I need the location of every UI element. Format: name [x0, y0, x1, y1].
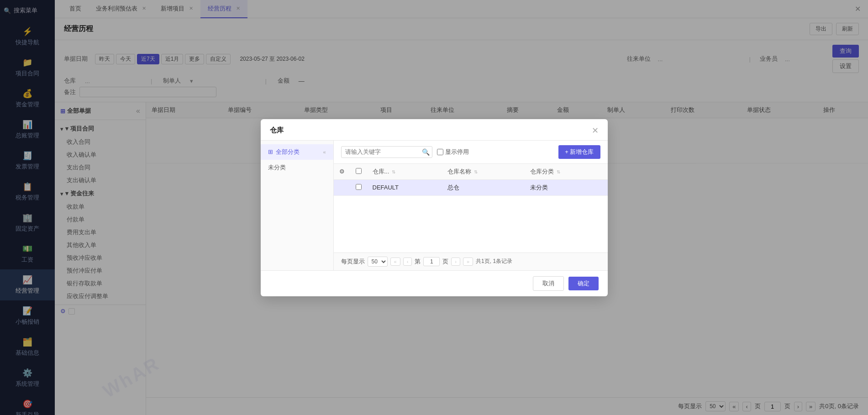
modal-row-code: DEFAULT: [367, 179, 442, 195]
modal-table-wrap: ⚙ 仓库... ⇅ 仓库名称 ⇅: [334, 164, 608, 252]
modal-col-gear: ⚙: [334, 164, 350, 180]
modal-search-input[interactable]: [345, 148, 422, 155]
modal-page-total: 共1页, 1条记录: [476, 257, 512, 265]
modal-footer-bar: 每页显示 50 « ‹ 第 页 › » 共1页, 1条记录: [334, 252, 608, 270]
modal-col-category: 仓库分类 ⇅: [525, 164, 607, 180]
modal-sidebar: ⊞ 全部分类 « 未分类: [261, 141, 334, 270]
modal-row-gear: [334, 179, 350, 195]
modal-sidebar-all-label: 全部分类: [276, 148, 300, 156]
modal-sidebar-spacer: [261, 175, 333, 267]
modal-overlay: 仓库 ✕ ⊞ 全部分类 « 未分类: [0, 0, 868, 415]
modal-search-icon: 🔍: [422, 148, 430, 156]
warehouse-modal: 仓库 ✕ ⊞ 全部分类 « 未分类: [261, 119, 608, 296]
modal-content: 🔍 显示停用 + 新增仓库 ⚙: [334, 141, 608, 270]
add-warehouse-button[interactable]: + 新增仓库: [558, 145, 600, 159]
modal-page-first[interactable]: «: [390, 257, 400, 266]
modal-sidebar-all-categories[interactable]: ⊞ 全部分类 «: [261, 144, 333, 160]
sort-category-icon: ⇅: [557, 169, 560, 174]
modal-per-page-label: 每页显示: [341, 257, 365, 266]
category-grid-icon: ⊞: [268, 148, 273, 155]
modal-row-category: 未分类: [525, 179, 607, 195]
modal-col-code: 仓库... ⇅: [367, 164, 442, 180]
modal-sidebar-unclassified[interactable]: 未分类: [261, 160, 333, 175]
modal-actions: 取消 确定: [261, 270, 608, 296]
modal-page-unit: 页: [442, 257, 448, 266]
modal-page-input[interactable]: [423, 257, 440, 266]
modal-page-prev[interactable]: ‹: [403, 257, 412, 266]
collapse-icon[interactable]: «: [323, 149, 326, 155]
modal-body: ⊞ 全部分类 « 未分类 🔍: [261, 141, 608, 270]
modal-cancel-button[interactable]: 取消: [533, 276, 564, 291]
show-disabled-label[interactable]: 显示停用: [437, 148, 469, 156]
modal-pagination: 每页显示 50 « ‹ 第 页 › » 共1页, 1条记录: [341, 257, 513, 267]
modal-row-name: 总仓: [442, 179, 525, 195]
modal-page-last[interactable]: »: [463, 257, 473, 266]
modal-col-check-all[interactable]: [356, 168, 362, 174]
modal-page-next[interactable]: ›: [451, 257, 460, 266]
modal-col-check: [350, 164, 367, 180]
modal-close-button[interactable]: ✕: [592, 126, 599, 136]
sort-name-icon: ⇅: [474, 169, 478, 174]
modal-row-checkbox[interactable]: [356, 184, 362, 190]
sort-code-icon: ⇅: [392, 169, 395, 174]
modal-header: 仓库 ✕: [261, 119, 608, 141]
modal-table-row[interactable]: DEFAULT 总仓 未分类: [334, 179, 608, 195]
unclassified-label: 未分类: [268, 163, 286, 172]
modal-row-check: [350, 179, 367, 195]
modal-confirm-button[interactable]: 确定: [568, 277, 599, 290]
show-disabled-checkbox[interactable]: [437, 149, 443, 155]
modal-table-header: ⚙ 仓库... ⇅ 仓库名称 ⇅: [334, 164, 608, 180]
modal-col-name: 仓库名称 ⇅: [442, 164, 525, 180]
modal-title: 仓库: [270, 126, 284, 135]
modal-page-word: 第: [415, 257, 421, 266]
modal-toolbar: 🔍 显示停用 + 新增仓库: [334, 141, 608, 164]
modal-per-page-select[interactable]: 50: [368, 257, 388, 267]
modal-table: ⚙ 仓库... ⇅ 仓库名称 ⇅: [334, 164, 608, 196]
modal-search-box: 🔍: [341, 146, 432, 158]
